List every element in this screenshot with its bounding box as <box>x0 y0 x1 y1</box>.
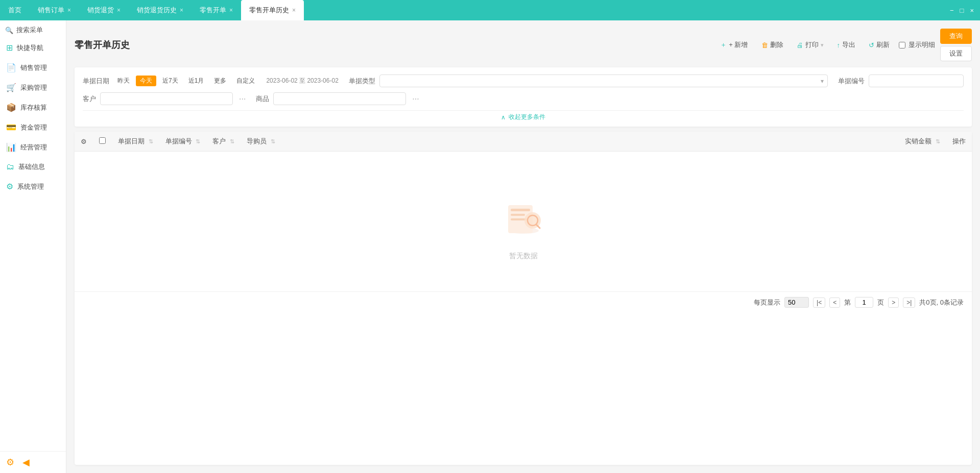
tab-sales-return-label: 销货退货 <box>87 6 114 15</box>
date-btn-custom[interactable]: 自定义 <box>232 76 259 86</box>
sidebar-item-sales-mgmt[interactable]: 📄 销售管理 <box>0 58 66 78</box>
refresh-label: 刷新 <box>876 40 890 49</box>
filter-date-label: 单据日期 <box>83 77 109 86</box>
filter-date-range: 2023-06-02 至 2023-06-02 <box>266 77 338 85</box>
col-amount-sort[interactable]: ⇅ <box>936 138 940 144</box>
pagination-size-label: 每页显示 <box>754 298 780 307</box>
col-settings: ⚙ <box>75 132 93 152</box>
sidebar-item-inventory[interactable]: 📦 库存核算 <box>0 97 66 117</box>
refresh-button[interactable]: ↺ 刷新 <box>865 38 894 52</box>
filter-doctype-select-wrap <box>379 74 828 87</box>
tab-sales-return-history-close[interactable]: × <box>180 7 183 14</box>
filter-panel: 单据日期 昨天 今天 近7天 近1月 更多 自定义 2023-06-02 至 2… <box>75 67 972 127</box>
filter-doctype-field: 单据类型 <box>349 74 828 87</box>
empty-text: 暂无数据 <box>509 252 538 261</box>
inventory-icon: 📦 <box>6 103 16 112</box>
pagination-summary: 共0页, 0条记录 <box>919 298 964 307</box>
sidebar-item-finance[interactable]: 💳 资金管理 <box>0 117 66 137</box>
table-body: 暂无数据 <box>75 152 972 292</box>
collapse-bar[interactable]: ∧ 收起更多条件 <box>83 110 964 122</box>
table-header-row: ⚙ 单据日期 ⇅ 单据编号 ⇅ <box>75 132 972 152</box>
tab-retail-open-history-close[interactable]: × <box>292 7 296 14</box>
settings-bottom-icon[interactable]: ⚙ <box>6 457 14 468</box>
col-customer-sort[interactable]: ⇅ <box>230 138 234 144</box>
purchase-mgmt-icon: 🛒 <box>6 83 16 92</box>
pagination-first[interactable]: |< <box>813 297 825 308</box>
tab-sales-return-history[interactable]: 销货退货历史 × <box>129 0 192 20</box>
pagination-next[interactable]: > <box>888 297 899 308</box>
minimize-btn[interactable]: − <box>950 7 954 14</box>
date-btn-1month[interactable]: 近1月 <box>184 76 208 86</box>
tab-home[interactable]: 首页 <box>0 0 30 20</box>
sidebar-item-system[interactable]: ⚙ 系统管理 <box>0 177 66 196</box>
setting-button[interactable]: 设置 <box>940 46 972 61</box>
col-date: 单据日期 ⇅ <box>112 132 159 152</box>
pagination-size-select[interactable]: 10 20 50 100 <box>784 297 809 308</box>
sidebar-item-operations[interactable]: 📊 经营管理 <box>0 137 66 157</box>
sidebar-item-quick-nav[interactable]: ⊞ 快捷导航 <box>0 38 66 58</box>
select-all-checkbox[interactable] <box>99 137 106 144</box>
add-label: + 新增 <box>729 40 748 49</box>
date-btn-yesterday[interactable]: 昨天 <box>113 76 134 86</box>
col-action: 操作 <box>946 132 972 152</box>
tab-sales-order[interactable]: 销售订单 × <box>30 0 79 20</box>
print-label: 打印 <box>805 40 819 49</box>
toolbar: ＋ + 新增 🗑 删除 🖨 打印 ▾ ↑ 导出 ↺ <box>716 29 972 61</box>
filter-docno-field: 单据编号 <box>838 74 964 87</box>
col-customer-label: 客户 <box>212 137 226 145</box>
filter-product-input[interactable] <box>273 92 406 105</box>
filter-row-2: 客户 ··· 商品 ··· <box>83 92 964 105</box>
svg-rect-3 <box>511 214 525 216</box>
filter-customer-dots[interactable]: ··· <box>239 94 246 104</box>
filter-product-dots[interactable]: ··· <box>412 94 419 104</box>
tab-sales-order-close[interactable]: × <box>67 7 71 14</box>
col-guide-sort[interactable]: ⇅ <box>271 138 275 144</box>
quick-nav-icon: ⊞ <box>6 43 13 53</box>
sidebar-item-basic-info[interactable]: 🗂 基础信息 <box>0 157 66 177</box>
filter-date-field: 单据日期 昨天 今天 近7天 近1月 更多 自定义 2023-06-02 至 2… <box>83 76 339 86</box>
table-settings-icon[interactable]: ⚙ <box>81 138 87 145</box>
tab-retail-open-history[interactable]: 零售开单历史 × <box>241 0 304 20</box>
tab-retail-open-close[interactable]: × <box>229 7 233 14</box>
col-date-sort[interactable]: ⇅ <box>149 138 153 144</box>
main-layout: 🔍 搜索采单 ⊞ 快捷导航 📄 销售管理 🛒 采购管理 📦 库存核算 💳 资金管… <box>0 20 980 473</box>
filter-docno-input[interactable] <box>869 74 964 87</box>
filter-customer-input[interactable] <box>100 92 233 105</box>
collapse-sidebar-icon[interactable]: ◀ <box>22 457 30 468</box>
sidebar-item-purchase-mgmt-label: 采购管理 <box>20 83 47 92</box>
tab-sales-return-close[interactable]: × <box>117 7 121 14</box>
table-container: ⚙ 单据日期 ⇅ 单据编号 ⇅ <box>75 132 972 465</box>
query-button[interactable]: 查询 <box>940 29 972 44</box>
filter-doctype-select[interactable] <box>379 74 828 87</box>
show-detail-checkbox[interactable] <box>899 42 905 48</box>
sidebar-item-operations-label: 经营管理 <box>20 143 47 152</box>
print-icon: 🖨 <box>797 41 803 49</box>
col-no-sort[interactable]: ⇅ <box>196 138 200 144</box>
close-btn[interactable]: × <box>970 7 974 14</box>
delete-icon: 🗑 <box>761 41 768 49</box>
action-btns: 查询 设置 <box>940 29 972 61</box>
date-btn-today[interactable]: 今天 <box>136 76 156 86</box>
pagination-page-input[interactable] <box>855 297 873 308</box>
print-button[interactable]: 🖨 打印 ▾ <box>793 38 828 52</box>
export-button[interactable]: ↑ 导出 <box>833 38 860 52</box>
system-icon: ⚙ <box>6 182 13 191</box>
tab-sales-return[interactable]: 销货退货 × <box>79 0 129 20</box>
sidebar-item-system-label: 系统管理 <box>17 182 44 191</box>
tab-retail-open[interactable]: 零售开单 × <box>192 0 241 20</box>
date-btn-more[interactable]: 更多 <box>210 76 230 86</box>
basic-info-icon: 🗂 <box>6 162 14 171</box>
pagination-prev[interactable]: < <box>829 297 840 308</box>
maximize-btn[interactable]: □ <box>960 7 964 14</box>
col-guide-label: 导购员 <box>247 137 267 145</box>
tab-retail-open-label: 零售开单 <box>200 6 226 15</box>
sidebar-search[interactable]: 🔍 搜索采单 <box>0 20 66 38</box>
add-button[interactable]: ＋ + 新增 <box>716 38 752 52</box>
col-customer: 客户 ⇅ <box>206 132 241 152</box>
pagination-last[interactable]: >| <box>903 297 915 308</box>
search-icon: 🔍 <box>5 27 13 34</box>
sidebar-item-purchase-mgmt[interactable]: 🛒 采购管理 <box>0 78 66 97</box>
window-controls: − □ × <box>950 7 980 14</box>
delete-button[interactable]: 🗑 删除 <box>757 38 787 52</box>
date-btn-7days[interactable]: 近7天 <box>158 76 182 86</box>
